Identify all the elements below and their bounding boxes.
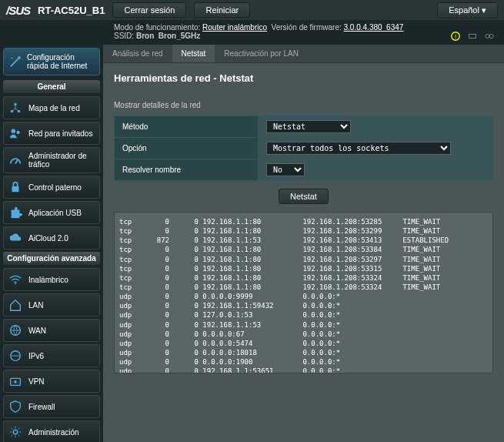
section-advanced: Configuración avanzada	[3, 252, 100, 265]
gear-icon	[8, 425, 22, 439]
status-icons: !	[450, 31, 495, 42]
svg-point-12	[15, 283, 16, 285]
map-icon	[8, 101, 22, 115]
svg-point-17	[13, 430, 17, 434]
home-icon	[8, 298, 22, 312]
section-general: General	[3, 80, 100, 93]
language-select[interactable]: Español ▾	[437, 2, 498, 18]
users-icon	[8, 126, 22, 140]
header-bar: /SUS RT-AC52U_B1 Cerrar sesión Reiniciar…	[0, 0, 504, 20]
mode-link[interactable]: Router inalámbrico	[202, 23, 267, 32]
panel-subtitle: Mostrar detalles de la red	[114, 101, 493, 109]
tab-analysis[interactable]: Análisis de red	[103, 45, 172, 62]
globe-icon	[8, 349, 22, 363]
nav-wireless[interactable]: Inalámbrico	[3, 268, 100, 291]
usb-icon[interactable]	[467, 31, 478, 42]
netstat-button[interactable]: Netstat	[279, 189, 329, 204]
link-icon[interactable]	[484, 31, 495, 42]
wand-icon	[8, 55, 22, 69]
svg-text:!: !	[455, 33, 456, 40]
svg-point-9	[12, 129, 15, 133]
brand-logo: /SUS	[6, 4, 30, 17]
shield-icon	[8, 400, 22, 414]
svg-point-16	[14, 380, 17, 383]
resolve-label: Resolver nombre	[115, 159, 259, 181]
svg-point-10	[16, 131, 20, 135]
subheader: Modo de funcionamiento: Router inalámbri…	[0, 20, 504, 45]
option-label: Opción	[115, 138, 259, 159]
nav-lan[interactable]: LAN	[3, 293, 100, 316]
wifi-icon	[8, 273, 22, 286]
nav-network-map[interactable]: Mapa de la red	[3, 96, 100, 119]
nav-traffic[interactable]: Administrador de tráfico	[3, 147, 100, 173]
firmware-link[interactable]: 3.0.0.4.380_6347	[344, 23, 404, 32]
method-select[interactable]: Netstat	[266, 120, 351, 133]
row-option: Opción Mostrar todos los sockets	[115, 138, 493, 159]
row-method: Método Netstat	[115, 116, 493, 138]
resolve-select[interactable]: No	[266, 163, 305, 176]
svg-point-6	[14, 103, 17, 106]
tabs: Análisis de red Netstat Reactivación por…	[103, 45, 504, 63]
sidebar: Configuración rápida de Internet General…	[0, 45, 103, 442]
lock-icon	[8, 180, 22, 194]
puzzle-icon	[8, 206, 22, 219]
svg-rect-2	[469, 34, 476, 38]
tab-netstat[interactable]: Netstat	[172, 45, 215, 62]
nav-guest[interactable]: Red para invitados	[3, 122, 100, 145]
method-label: Método	[115, 116, 259, 138]
row-resolve: Resolver nombre No	[115, 159, 493, 181]
nav-parental[interactable]: Control paterno	[3, 176, 100, 199]
content-area: Análisis de red Netstat Reactivación por…	[103, 45, 504, 442]
nav-admin[interactable]: Administración	[3, 420, 100, 442]
option-select[interactable]: Mostrar todos los sockets	[266, 142, 451, 155]
quick-setup-button[interactable]: Configuración rápida de Internet	[3, 48, 100, 75]
reboot-button[interactable]: Reiniciar	[194, 2, 250, 18]
info-icon[interactable]: !	[450, 31, 461, 42]
cloud-icon	[8, 231, 22, 245]
svg-point-5	[12, 58, 13, 59]
form-table: Método Netstat Opción Mostrar todos los …	[114, 116, 493, 181]
vpn-icon	[8, 374, 22, 388]
gauge-icon	[8, 153, 22, 167]
nav-wan[interactable]: WAN	[3, 319, 100, 342]
nav-usb[interactable]: Aplicación USB	[3, 201, 100, 224]
globe-icon	[8, 323, 22, 337]
netstat-output[interactable]: tcp 0 0 192.168.1.1:80 192.168.1.208:532…	[114, 212, 493, 373]
nav-ipv6[interactable]: IPv6	[3, 344, 100, 367]
panel-title: Herramientas de red - Netstat	[114, 72, 493, 84]
svg-rect-11	[12, 186, 19, 192]
nav-aicloud[interactable]: AiCloud 2.0	[3, 226, 100, 249]
tab-wol[interactable]: Reactivación por LAN	[215, 45, 308, 62]
nav-firewall[interactable]: Firewall	[3, 395, 100, 418]
svg-point-3	[486, 34, 489, 38]
svg-point-4	[489, 34, 493, 38]
nav-vpn[interactable]: VPN	[3, 370, 100, 393]
model-name: RT-AC52U_B1	[38, 5, 105, 16]
logout-button[interactable]: Cerrar sesión	[112, 2, 186, 18]
